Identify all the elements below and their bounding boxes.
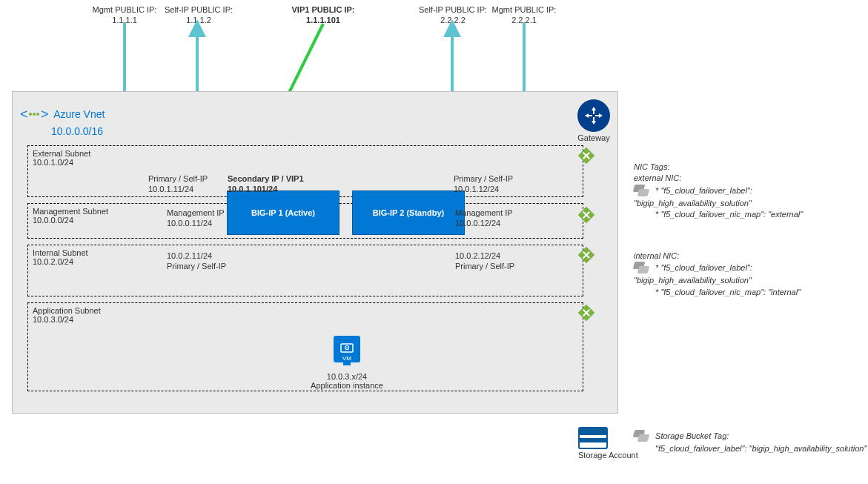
- tag-icon: [634, 185, 650, 198]
- svg-point-3: [33, 113, 36, 116]
- tag-icon: [634, 262, 650, 275]
- ext-primary2-nic: Primary / Self-IP 10.0.1.12/24: [454, 173, 513, 195]
- vnet-icon: <>: [20, 105, 48, 125]
- tag-icon: [634, 430, 650, 443]
- storage-tag-header: Storage Bucket Tag:: [655, 431, 729, 440]
- svg-point-2: [29, 113, 32, 116]
- int2-nic: 10.0.2.12/24 Primary / Self-IP: [455, 251, 514, 272]
- app-ip: 10.0.3.x/24: [310, 372, 384, 381]
- ext-tag-2: * "f5_cloud_failover_nic_map": "external…: [655, 210, 803, 219]
- gateway-icon: [577, 99, 610, 132]
- svg-point-4: [36, 113, 39, 116]
- storage-bucket-tag: Storage Bucket Tag: "f5_cloud_failover_l…: [634, 430, 867, 454]
- app-label: Application instance: [310, 381, 384, 390]
- external-nic-header: external NIC:: [634, 173, 868, 184]
- storage-tag-value: "f5_cloud_failover_label": "bigip_high_a…: [655, 444, 867, 453]
- internal-nic-header: internal NIC:: [634, 251, 868, 262]
- storage-label: Storage Account: [578, 451, 638, 460]
- svg-text:<: <: [20, 107, 28, 122]
- storage-icon: [578, 427, 608, 449]
- internal-subnet-label: Internal Subnet 10.0.2.0/24: [33, 248, 88, 266]
- gateway-label: Gateway: [577, 133, 610, 142]
- svg-text:>: >: [41, 107, 48, 122]
- bigip-2-label: BIG-IP 2 (Standby): [373, 208, 444, 217]
- bigip-2-standby: BIG-IP 2 (Standby): [352, 190, 465, 235]
- int-tag-2: * "f5_cloud_failover_nic_map": "internal…: [655, 288, 801, 296]
- management-subnet-label: Management Subnet 10.0.0.0/24: [33, 207, 108, 225]
- bigip-1-active: BIG-IP 1 (Active): [227, 190, 339, 235]
- ext-tag-1: * "f5_cloud_failover_label": "bigip_high…: [634, 186, 752, 208]
- mgmt1-nic: Management IP 10.0.0.11/24: [167, 208, 225, 229]
- int1-nic: 10.0.2.11/24 Primary / Self-IP: [167, 251, 226, 272]
- nic-tags-header: NIC Tags:: [634, 162, 868, 173]
- application-subnet-label: Application Subnet 10.0.3.0/24: [33, 306, 101, 324]
- external-subnet-label: External Subnet 10.0.1.0/24: [33, 149, 90, 167]
- azure-vnet-container: <> Azure Vnet 10.0.0.0/16 External Subne…: [12, 91, 618, 414]
- application-subnet: Application Subnet 10.0.3.0/24 VM 10.0.3…: [27, 302, 583, 391]
- vnet-title: Azure Vnet: [53, 108, 105, 120]
- vnet-cidr: 10.0.0.0/16: [51, 125, 103, 137]
- internal-nic-tags: internal NIC: * "f5_cloud_failover_label…: [634, 251, 868, 298]
- svg-point-8: [346, 347, 348, 348]
- vnet-header: <> Azure Vnet 10.0.0.0/16: [20, 105, 105, 137]
- external-nic-tags: NIC Tags: external NIC: * "f5_cloud_fail…: [634, 162, 868, 221]
- gateway: Gateway: [577, 99, 610, 142]
- bigip-1-label: BIG-IP 1 (Active): [251, 208, 315, 217]
- storage-account: Storage Account: [578, 427, 638, 460]
- mgmt2-nic: Management IP 10.0.0.12/24: [455, 208, 513, 229]
- ext-vip-nic: Secondary IP / VIP1 10.0.1.101/24: [228, 173, 304, 195]
- int-tag-1: * "f5_cloud_failover_label": "bigip_high…: [634, 263, 752, 285]
- ext-primary1-nic: Primary / Self-IP 10.0.1.11/24: [148, 173, 208, 195]
- application-instance: VM 10.0.3.x/24 Application instance: [310, 336, 384, 390]
- vm-text: VM: [310, 355, 384, 362]
